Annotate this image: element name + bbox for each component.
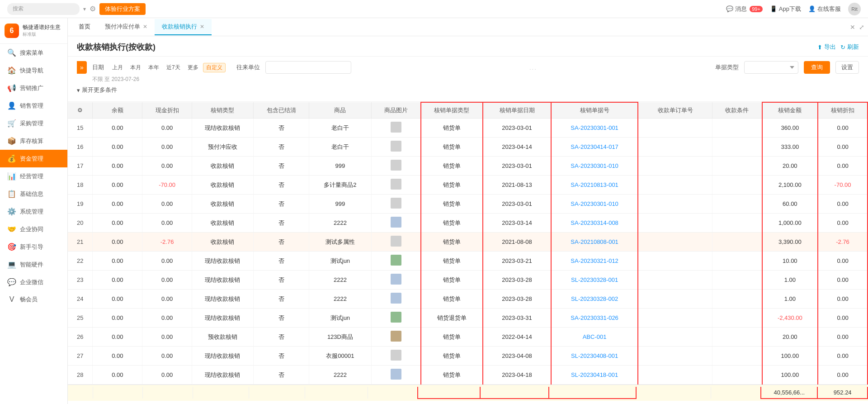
avatar[interactable]: Rit [848, 3, 861, 15]
bill-no-link[interactable]: SA-20210808-001 [571, 238, 618, 245]
refresh-btn[interactable]: ↻ 刷新 [840, 43, 859, 51]
tab-receivable[interactable]: 收款核销执行✕ [155, 19, 212, 35]
cell-cancel_type: 现结收款核销 [192, 290, 253, 309]
expand-more-btn[interactable]: ▾ 展开更多条件 [77, 86, 859, 94]
bill-no-link[interactable]: SL-20230418-001 [571, 371, 618, 378]
bill-no-link[interactable]: SL-20230328-002 [571, 295, 618, 302]
bill-no-link[interactable]: SA-20210813-001 [571, 181, 618, 188]
bill-no-link[interactable]: SL-20230328-001 [571, 276, 618, 283]
cell-cancel_type: 现结收款核销 [192, 366, 253, 385]
cell-include_settled: 否 [253, 309, 309, 328]
cell-receipt_order_no [638, 233, 712, 252]
date-label: 日期 [92, 63, 104, 71]
cell-cancel_bill_no[interactable]: ABC-001 [551, 328, 638, 347]
bill-no-link[interactable]: SA-20230331-026 [571, 314, 618, 321]
cell-cancel_bill_no[interactable]: SA-20230301-001 [551, 119, 638, 138]
maximize-tab-btn[interactable]: ⤢ [859, 24, 864, 31]
sidebar-item-search[interactable]: 🔍搜索菜单 [0, 44, 67, 62]
gear-icon[interactable]: ⚙ [90, 5, 96, 13]
cell-include_settled: 否 [253, 290, 309, 309]
service-btn[interactable]: 👤 在线客服 [808, 5, 841, 13]
dropdown-arrow-icon[interactable]: ▾ [83, 6, 86, 12]
cell-cancel_bill_no[interactable]: SA-20230414-017 [551, 138, 638, 157]
setting-btn[interactable]: 设置 [835, 61, 859, 74]
from-unit-input[interactable] [265, 61, 351, 74]
bill-no-link[interactable]: SA-20230414-017 [571, 143, 618, 150]
cell-receipt_order_no [638, 214, 712, 233]
cell-cancel_bill_no[interactable]: SA-20210808-001 [551, 233, 638, 252]
app-download-btn[interactable]: 📱 App下载 [770, 5, 801, 13]
tab-close-receivable[interactable]: ✕ [200, 24, 204, 30]
filter-expand-btn[interactable]: » [77, 61, 87, 74]
export-btn[interactable]: ⬆ 导出 [817, 43, 836, 51]
bill-no-link[interactable]: SL-20230408-001 [571, 352, 618, 359]
sidebar-item-business[interactable]: 📊经营管理 [0, 167, 67, 185]
sidebar-item-quick[interactable]: 🏠快捷导航 [0, 62, 67, 79]
bill-no-link[interactable]: SA-20230301-001 [571, 124, 618, 131]
expand-label: 展开更多条件 [82, 86, 117, 94]
date-btn-7days[interactable]: 近7天 [164, 63, 183, 72]
bill-no-link[interactable]: SA-20230321-012 [571, 257, 618, 264]
cell-cancel_bill_no[interactable]: SL-20230418-001 [551, 366, 638, 385]
close-tab-btn[interactable]: ✕ [850, 24, 855, 31]
cell-balance: 0.00 [93, 195, 142, 214]
cell-cancel_bill_no[interactable]: SA-20230314-008 [551, 214, 638, 233]
date-btn-this-month[interactable]: 本月 [127, 63, 144, 72]
col-header-settings: ⚙ [68, 102, 93, 119]
cell-cancel_bill_no[interactable]: SL-20230328-002 [551, 290, 638, 309]
cell-cancel_bill_no[interactable]: SA-20230331-026 [551, 309, 638, 328]
cell-cancel_bill_no[interactable]: SA-20230301-010 [551, 195, 638, 214]
sidebar-item-sales[interactable]: 👤销售管理 [0, 97, 67, 114]
cell-cancel_bill_date: 2023-04-18 [483, 366, 551, 385]
date-btn-this-year[interactable]: 本年 [146, 63, 162, 72]
bill-no-link[interactable]: SA-20230314-008 [571, 219, 618, 226]
cell-cancel_bill_no[interactable]: SA-20210813-001 [551, 176, 638, 195]
cell-cash_discount: 0.00 [142, 195, 192, 214]
tab-home[interactable]: 首页 [71, 19, 98, 35]
cell-product_img [371, 157, 421, 176]
cell-cancel_amount: 1.00 [762, 290, 818, 309]
col-header-cancel_bill_type: 核销单据类型 [421, 102, 483, 119]
sidebar-item-marketing[interactable]: 📢营销推广 [0, 79, 67, 97]
date-btn-last-month[interactable]: 上月 [109, 63, 126, 72]
date-custom-badge[interactable]: 自定义 [203, 63, 226, 72]
tab-prepay[interactable]: 预付冲应付单✕ [98, 19, 155, 35]
cell-receipt_order_no [638, 328, 712, 347]
cell-cancel_bill_no[interactable]: SL-20230328-001 [551, 271, 638, 290]
cell-product_img [371, 214, 421, 233]
nav-icon-basic: 📋 [7, 190, 16, 198]
sidebar-item-basic[interactable]: 📋基础信息 [0, 185, 67, 203]
sidebar-item-inventory[interactable]: 📦库存核算 [0, 132, 67, 150]
cell-balance: 0.00 [93, 366, 142, 385]
cell-cancel_bill_no[interactable]: SA-20230321-012 [551, 252, 638, 271]
sidebar-item-system[interactable]: ⚙️系统管理 [0, 203, 67, 220]
sidebar-item-purchase[interactable]: 🛒采购管理 [0, 114, 67, 132]
bill-no-link[interactable]: SA-20230301-010 [571, 200, 618, 207]
date-btn-more[interactable]: 更多 [185, 63, 201, 72]
cell-product_img [371, 309, 421, 328]
tab-close-prepay[interactable]: ✕ [143, 24, 147, 30]
query-btn[interactable]: 查询 [804, 61, 830, 74]
receipt-type-select[interactable] [744, 61, 798, 74]
cell-settings: 18 [68, 176, 93, 195]
page-header: 收款核销执行(按收款) ⬆ 导出 ↻ 刷新 [68, 36, 868, 57]
sidebar-item-finance[interactable]: 💰资金管理 [0, 150, 67, 167]
sidebar-item-corp[interactable]: 🤝企业协同 [0, 220, 67, 238]
sidebar-item-guide[interactable]: 🎯新手引导 [0, 238, 67, 256]
cell-balance: 0.00 [93, 290, 142, 309]
sidebar-item-member[interactable]: V畅会员 [0, 291, 67, 308]
cell-cancel_bill_no[interactable]: SA-20230301-010 [551, 157, 638, 176]
sidebar-item-wechat[interactable]: 💬企业微信 [0, 273, 67, 291]
bill-no-link[interactable]: SA-20230301-010 [571, 162, 618, 169]
search-box[interactable]: 搜索 [7, 3, 80, 15]
nav-icon-quick: 🏠 [7, 66, 16, 75]
footer-cell-receipt_order_no [636, 387, 711, 399]
message-btn[interactable]: 💬 消息 99+ [726, 5, 763, 13]
cell-product: 2222 [309, 271, 371, 290]
industry-btn[interactable]: 体验行业方案 [99, 3, 146, 15]
message-label: 消息 [735, 5, 747, 13]
sidebar-item-hardware[interactable]: 💻智能硬件 [0, 256, 67, 273]
bill-no-link[interactable]: ABC-001 [583, 333, 607, 340]
cell-cancel_bill_no[interactable]: SL-20230408-001 [551, 347, 638, 366]
product-image [391, 255, 401, 266]
